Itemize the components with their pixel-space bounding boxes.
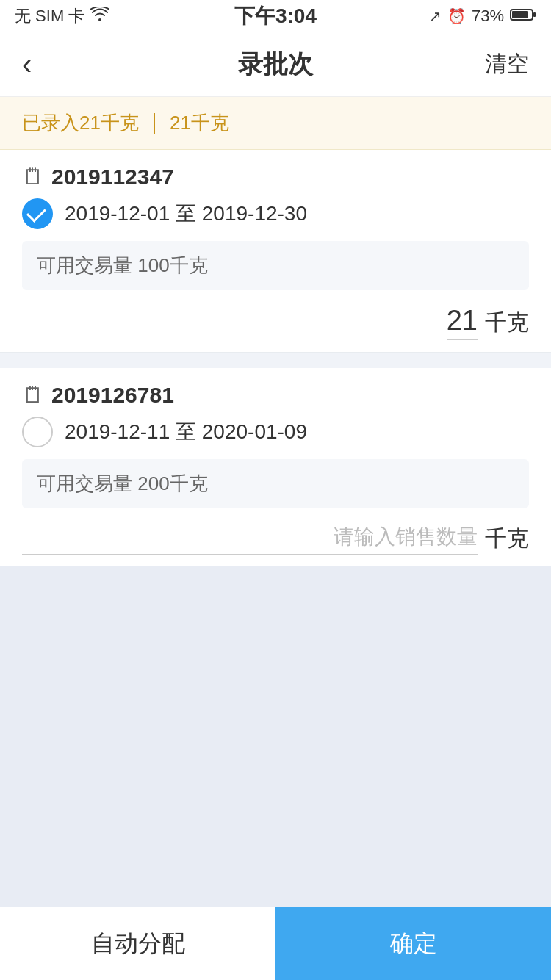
- info-banner-label: 已录入21千克: [22, 110, 139, 136]
- status-right: ↗ ⏰ 73%: [429, 7, 536, 26]
- location-icon: ↗: [429, 7, 442, 25]
- page-title: 录批次: [238, 48, 313, 82]
- batch2-radio[interactable]: [22, 417, 53, 447]
- batch1-number: 2019112347: [51, 165, 174, 190]
- batch2-input-wrapper: 请输入销售数量 千克: [0, 508, 551, 566]
- batch1-quantity-value[interactable]: 21: [447, 305, 478, 336]
- bottom-bar: 自动分配 确定: [0, 907, 551, 980]
- batch2-unit: 千克: [485, 524, 529, 554]
- auto-distribute-button[interactable]: 自动分配: [0, 907, 276, 980]
- batch1-date-row: 2019-12-01 至 2019-12-30: [22, 198, 529, 229]
- batch1-input-wrapper: 21 千克: [0, 290, 551, 352]
- battery-label: 73%: [472, 7, 504, 26]
- batch2-date-row: 2019-12-11 至 2020-01-09: [22, 417, 529, 447]
- clear-button[interactable]: 清空: [485, 49, 529, 79]
- status-time: 下午3:04: [234, 2, 317, 30]
- batch2-number: 2019126781: [51, 383, 174, 408]
- back-button[interactable]: ‹: [22, 48, 66, 81]
- status-bar: 无 SIM 卡 下午3:04 ↗ ⏰ 73%: [0, 0, 551, 32]
- batch1-radio[interactable]: [22, 198, 53, 229]
- status-left: 无 SIM 卡: [15, 5, 109, 27]
- batch1-available: 可用交易量 100千克: [22, 241, 529, 290]
- batch-card-2: 🗒 2019126781 2019-12-11 至 2020-01-09 可用交…: [0, 368, 551, 566]
- wifi-icon: [90, 7, 109, 26]
- batch2-header: 🗒 2019126781: [22, 383, 529, 408]
- batch2-date: 2019-12-11 至 2020-01-09: [65, 418, 307, 446]
- batch1-icon: 🗒: [22, 165, 44, 190]
- content-area: 已录入21千克 21千克 🗒 2019112347 2019-12-01 至 2…: [0, 97, 551, 971]
- info-banner: 已录入21千克 21千克: [0, 97, 551, 150]
- batch1-unit: 千克: [485, 308, 529, 338]
- batch2-quantity-area: 请输入销售数量: [22, 523, 478, 555]
- batch1-header: 🗒 2019112347: [22, 165, 529, 190]
- battery-icon: [510, 7, 536, 26]
- info-banner-divider: [154, 113, 155, 134]
- svg-rect-1: [512, 11, 528, 18]
- confirm-button[interactable]: 确定: [276, 907, 551, 980]
- alarm-icon: ⏰: [447, 7, 466, 25]
- svg-rect-2: [533, 12, 536, 17]
- batch1-quantity-area: 21: [447, 305, 478, 340]
- batch2-available: 可用交易量 200千克: [22, 459, 529, 508]
- batch2-icon: 🗒: [22, 383, 44, 408]
- batch2-quantity-placeholder[interactable]: 请输入销售数量: [334, 523, 478, 551]
- sim-label: 无 SIM 卡: [15, 5, 84, 27]
- batch-separator: [0, 353, 551, 368]
- info-banner-amount: 21千克: [170, 110, 229, 136]
- batch1-date: 2019-12-01 至 2019-12-30: [65, 200, 307, 228]
- nav-bar: ‹ 录批次 清空: [0, 32, 551, 97]
- batch-card-1: 🗒 2019112347 2019-12-01 至 2019-12-30 可用交…: [0, 150, 551, 352]
